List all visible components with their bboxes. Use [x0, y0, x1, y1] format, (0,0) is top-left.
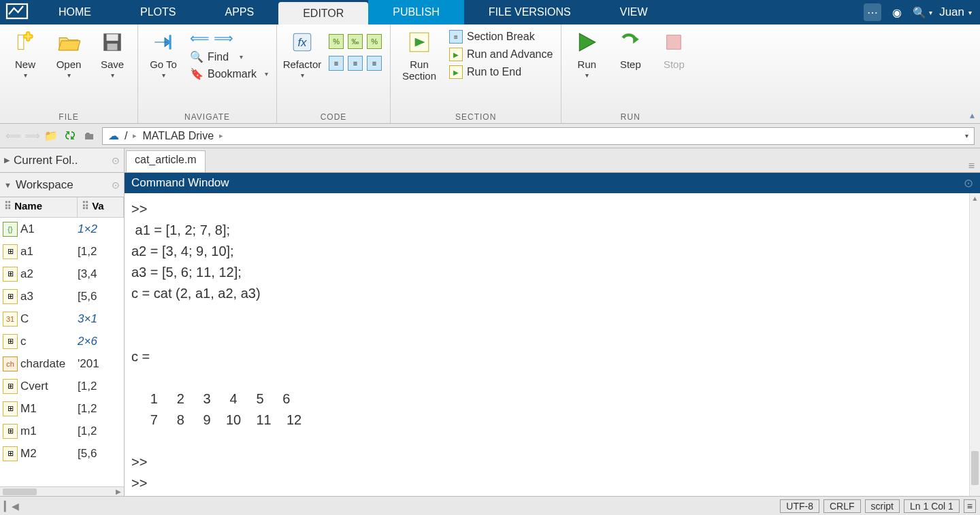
uncomment-icon[interactable]: ‰ [348, 34, 363, 49]
type-chip[interactable]: script [865, 499, 900, 513]
indent-icon[interactable]: ≡ [329, 56, 344, 71]
char-var-icon: ch [3, 356, 18, 371]
tab-plots[interactable]: PLOTS [116, 0, 200, 24]
left-panel: ▶ Current Fol.. ⊙ ▼ Workspace ⊙ ⠿ Name ⠿… [0, 148, 125, 496]
run-section-icon [407, 30, 431, 54]
col-value[interactable]: ⠿ Va [78, 197, 124, 217]
chevron-down-icon: ▾ [240, 53, 243, 61]
panel-menu-icon[interactable]: ⊙ [112, 180, 120, 190]
stop-button[interactable]: Stop [654, 27, 693, 70]
cursor-pos-chip[interactable]: Ln 1 Col 1 [904, 499, 960, 513]
ribbon-group-navigate: Go To ▾ ⟸ ⟹ 🔍 Find ▾ 🔖 Bookmark ▾ [138, 24, 277, 123]
workspace-row[interactable]: ⊞Cvert[1,2 [0, 375, 124, 397]
workspace-row[interactable]: chchardate'201 [0, 352, 124, 375]
scroll-up-icon[interactable]: ▲ [970, 193, 980, 204]
search-icon[interactable]: 🔍 ▾ [913, 6, 932, 19]
command-window[interactable]: >> a1 = [1, 2; 7, 8]; a2 = [3, 4; 9, 10]… [125, 193, 980, 496]
tab-home[interactable]: HOME [34, 0, 116, 24]
step-button[interactable]: Step [610, 27, 650, 70]
open-button[interactable]: Open ▾ [49, 27, 88, 79]
path-up-icon[interactable]: 📁 [44, 129, 59, 144]
workspace-row[interactable]: ⊞a2[3,4 [0, 263, 124, 285]
panel-menu-icon[interactable]: ⊙ [964, 176, 973, 190]
workspace-row[interactable]: ⊞a1[1,2 [0, 240, 124, 263]
goto-start-icon[interactable]: ▎◀ [4, 501, 19, 512]
var-name: M1 [20, 402, 78, 416]
scrollbar-thumb[interactable] [971, 451, 979, 485]
grid-var-icon: ⊞ [3, 334, 18, 349]
eol-chip[interactable]: CRLF [823, 499, 861, 513]
smart-indent-icon[interactable]: ≡ [367, 56, 382, 71]
ribbon-group-code: fx Refactor ▾ % ‰ % ≡ ≡ ≡ CODE [277, 24, 391, 123]
outdent-icon[interactable]: ≡ [348, 56, 363, 71]
workspace-row[interactable]: ⊞m1[1,2 [0, 420, 124, 442]
save-button[interactable]: Save ▾ [93, 27, 132, 79]
file-tab[interactable]: cat_article.m [126, 150, 206, 172]
run-advance-button[interactable]: ▶ Run and Advance [449, 48, 553, 61]
path-browse-icon[interactable]: 🖿 [82, 129, 97, 144]
encoding-chip[interactable]: UTF-8 [780, 499, 819, 513]
path-forward-icon[interactable]: ⟹ [24, 129, 39, 144]
panel-menu-icon[interactable]: ⊙ [112, 155, 120, 166]
user-menu[interactable]: Juan▾ [939, 5, 972, 19]
path-dropdown-icon[interactable]: ▾ [965, 132, 968, 139]
target-icon[interactable]: ◉ [888, 3, 906, 21]
tab-apps[interactable]: APPS [200, 0, 278, 24]
wrap-comment-icon[interactable]: % [367, 34, 382, 49]
chevron-down-icon: ▾ [265, 70, 268, 78]
path-back-icon[interactable]: ⟸ [5, 129, 20, 144]
workspace-row[interactable]: ⊞M1[1,2 [0, 397, 124, 420]
chevron-right-icon: ▶ [4, 156, 10, 165]
run-section-button[interactable]: Run Section [396, 27, 442, 82]
var-value: 2×6 [78, 335, 124, 348]
nav-forward-icon[interactable]: ⟹ [214, 30, 233, 46]
comment-icon[interactable]: % [329, 34, 344, 49]
run-button[interactable]: Run ▾ [567, 27, 606, 79]
step-icon [618, 30, 642, 54]
new-button[interactable]: New ▾ [5, 27, 45, 79]
bookmark-label: Bookmark [208, 68, 257, 80]
workspace-rows: {}A11×2⊞a1[1,2⊞a2[3,4⊞a3[5,631C3×1⊞c2×6c… [0, 218, 124, 486]
path-refresh-icon[interactable]: 🗘 [63, 129, 78, 144]
var-value: 1×2 [78, 222, 124, 236]
workspace-row[interactable]: 31C3×1 [0, 308, 124, 330]
svg-rect-3 [107, 34, 118, 41]
grid-var-icon: ⊞ [3, 401, 18, 416]
tab-publish[interactable]: PUBLISH [368, 0, 463, 24]
tab-editor[interactable]: EDITOR [278, 2, 368, 24]
current-folder-label: Current Fol.. [14, 154, 78, 167]
var-name: Cvert [20, 380, 78, 393]
var-name: A1 [20, 222, 78, 236]
workspace-row[interactable]: ⊞c2×6 [0, 330, 124, 352]
col-name[interactable]: ⠿ Name [0, 197, 78, 217]
path-segment[interactable]: MATLAB Drive [142, 130, 214, 142]
run-to-end-button[interactable]: ▶ Run to End [449, 65, 553, 79]
refactor-button[interactable]: fx Refactor ▾ [282, 27, 322, 79]
status-menu-icon[interactable]: ≡ [964, 499, 976, 513]
workspace-row[interactable]: ⊞M2[5,6 [0, 442, 124, 465]
path-box[interactable]: ☁ / ▸ MATLAB Drive ▸ ▾ [102, 127, 975, 145]
tab-menu-icon[interactable]: ≡ [968, 160, 975, 172]
vertical-scrollbar[interactable]: ▲ [969, 193, 980, 496]
tab-file-versions[interactable]: FILE VERSIONS [464, 0, 595, 24]
path-sep: / [125, 130, 127, 142]
minimize-ribbon-icon[interactable]: ▴ [970, 110, 975, 120]
scroll-right-icon[interactable]: ▶ [116, 488, 121, 495]
horizontal-scrollbar[interactable]: ▶ [0, 486, 124, 496]
run-section-label: Run Section [402, 59, 436, 82]
find-button[interactable]: 🔍 Find ▾ [190, 50, 268, 63]
bookmark-icon: 🔖 [190, 67, 203, 80]
workspace-header[interactable]: ▼ Workspace ⊙ [0, 173, 124, 197]
workspace-row[interactable]: ⊞a3[5,6 [0, 285, 124, 308]
current-folder-header[interactable]: ▶ Current Fol.. ⊙ [0, 148, 124, 173]
nav-back-icon[interactable]: ⟸ [190, 30, 210, 46]
nav-back-forward[interactable]: ⟸ ⟹ [190, 30, 268, 46]
section-break-button[interactable]: ≡ Section Break [449, 30, 553, 44]
tab-view[interactable]: VIEW [595, 0, 672, 24]
workspace-row[interactable]: {}A11×2 [0, 218, 124, 240]
scrollbar-thumb[interactable] [3, 488, 37, 495]
var-value: 3×1 [78, 312, 124, 326]
goto-button[interactable]: Go To ▾ [144, 27, 183, 79]
bookmark-button[interactable]: 🔖 Bookmark ▾ [190, 67, 268, 80]
more-icon[interactable]: ⋯ [864, 3, 881, 21]
